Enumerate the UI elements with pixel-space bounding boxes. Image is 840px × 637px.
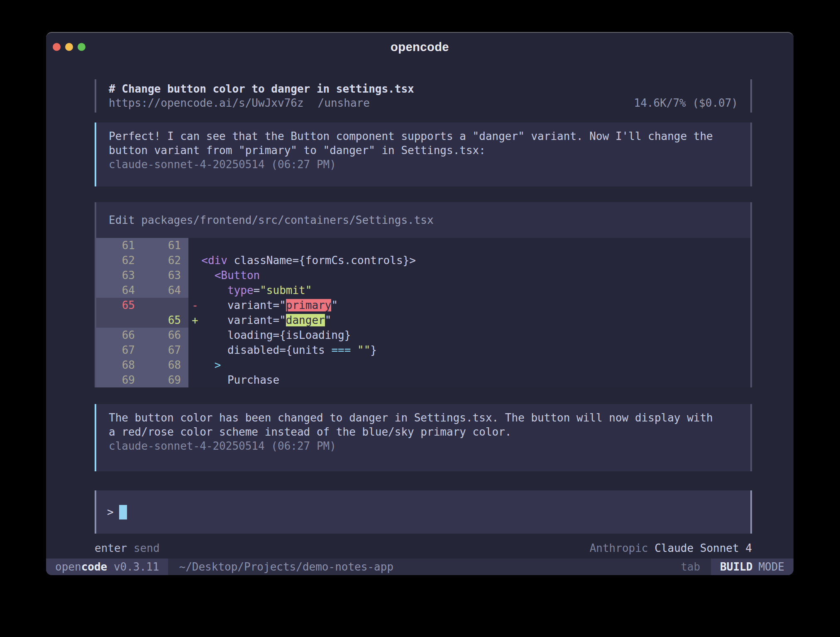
session-subheader: https://opencode.ai/s/UwJxv76z /unshare … — [109, 96, 738, 110]
app-version — [107, 561, 114, 573]
diff-code-cell: <div className={formCs.controls}> — [188, 253, 750, 268]
assistant-message: Perfect! I can see that the Button compo… — [95, 122, 752, 186]
message-line: a red/rose color scheme instead of the b… — [109, 425, 738, 439]
send-action-hint: send — [134, 542, 160, 554]
diff-old-line-number: 66 — [96, 328, 142, 343]
close-button[interactable] — [53, 43, 61, 51]
diff-row: 6464 type="submit" — [96, 283, 750, 298]
app-version-number: v0.3.11 — [114, 561, 159, 573]
code-token: } — [370, 344, 377, 356]
prompt-input[interactable]: > — [95, 490, 752, 534]
mode-name: BUILD — [720, 561, 752, 573]
diff-row: 6767 disabled={units === ""} — [96, 343, 750, 358]
message-model-meta: claude-sonnet-4-20250514 (06:27 PM) — [109, 439, 738, 453]
diff-new-line-number: 64 — [142, 283, 188, 298]
diff-row: 65- variant="primary" — [96, 298, 750, 313]
diff-new-line-number: 67 — [142, 343, 188, 358]
diff-old-line-number: 61 — [96, 238, 142, 253]
assistant-message: The button color has been changed to dan… — [95, 404, 752, 471]
session-share-row: https://opencode.ai/s/UwJxv76z /unshare — [109, 96, 370, 110]
mode-chip[interactable]: BUILDMODE — [711, 559, 794, 575]
text-cursor — [119, 505, 127, 519]
diff-code-cell: - variant="primary" — [188, 298, 750, 313]
diff-code-line: variant="primary" — [188, 299, 338, 311]
diff-code-cell: > — [188, 358, 750, 372]
traffic-lights — [53, 43, 85, 51]
message-line: Perfect! I can see that the Button compo… — [109, 129, 738, 143]
diff-code-line: Purchase — [188, 374, 279, 386]
code-token: Purchase — [188, 374, 279, 386]
code-token: loading={isLoading} — [188, 329, 351, 341]
code-token: variant=" — [188, 314, 286, 326]
edit-tool-card: Edit packages/frontend/src/containers/Se… — [95, 202, 752, 387]
diff-old-line-number: 68 — [96, 358, 142, 372]
session-header: # Change button color to danger in setti… — [95, 79, 752, 113]
message-line: button variant from "primary" to "danger… — [109, 143, 738, 157]
code-token — [188, 284, 227, 296]
diff-code-line: <Button — [188, 269, 260, 282]
model-name: Claude Sonnet 4 — [654, 542, 752, 554]
app-version-chip: opencode v0.3.11 — [46, 559, 168, 575]
diff-row: 6868 > — [96, 358, 750, 372]
prompt-char: > — [107, 506, 114, 518]
code-token — [188, 269, 215, 282]
edit-file-path: packages/frontend/src/containers/Setting… — [141, 214, 433, 226]
status-bar: opencode v0.3.11 ~/Desktop/Projects/demo… — [46, 559, 794, 575]
diff-code-cell — [188, 238, 750, 253]
diff-old-line-number: 62 — [96, 253, 142, 268]
diff-new-line-number: 68 — [142, 358, 188, 372]
mode-suffix: MODE — [758, 561, 784, 573]
code-token — [351, 344, 357, 356]
diff-code-line: loading={isLoading} — [188, 329, 351, 341]
diff-new-line-number — [142, 298, 188, 313]
code-token: <div — [201, 254, 227, 267]
code-token: disabled={units — [188, 344, 331, 356]
message-model-meta: claude-sonnet-4-20250514 (06:27 PM) — [109, 157, 738, 172]
diff-row: 6969 Purchase — [96, 372, 750, 387]
share-url-link[interactable]: https://opencode.ai/s/UwJxv76z — [109, 96, 304, 110]
zoom-button[interactable] — [78, 43, 85, 51]
code-token: type — [227, 284, 254, 296]
diff-row: 6161 — [96, 238, 750, 253]
edit-tool-header: Edit packages/frontend/src/containers/Se… — [96, 202, 750, 238]
context-stats: 14.6K/7% ($0.07) — [634, 96, 738, 110]
diff-row: 6262 <div className={formCs.controls}> — [96, 253, 750, 268]
diff-new-line-number: 65 — [142, 313, 188, 328]
diff-code-cell: disabled={units === ""} — [188, 343, 750, 358]
enter-key-hint: enter — [95, 542, 127, 554]
app-name-code: code — [81, 561, 107, 573]
diff-row: 65+ variant="danger" — [96, 313, 750, 328]
working-directory: ~/Desktop/Projects/demo-notes-app — [179, 561, 393, 573]
code-token: === — [331, 344, 351, 356]
diff-code-cell: <Button — [188, 268, 750, 283]
code-token: > — [215, 359, 221, 371]
code-token: <Button — [215, 269, 260, 282]
code-token: className={formCs.controls}> — [227, 254, 416, 267]
diff-row: 6363 <Button — [96, 268, 750, 283]
diff-old-line-number: 67 — [96, 343, 142, 358]
session-title: # Change button color to danger in setti… — [109, 82, 738, 96]
minimize-button[interactable] — [65, 43, 73, 51]
diff-new-line-number: 69 — [142, 372, 188, 387]
diff-old-line-number: 63 — [96, 268, 142, 283]
provider-name: Anthropic — [590, 542, 648, 554]
diff-table: 61616262 <div className={formCs.controls… — [96, 238, 750, 387]
diff-code-line: <div className={formCs.controls}> — [188, 254, 416, 267]
diff-new-line-number: 66 — [142, 328, 188, 343]
code-token: "" — [357, 344, 370, 356]
diff-removed-marker: - — [192, 298, 198, 313]
diff-code-line: type="submit" — [188, 284, 312, 296]
code-token: " — [325, 314, 332, 326]
diff-new-line-number: 62 — [142, 253, 188, 268]
diff-old-line-number — [96, 313, 142, 328]
diff-old-line-number: 69 — [96, 372, 142, 387]
code-token: " — [331, 299, 338, 311]
diff-code-line: variant="danger" — [188, 314, 331, 326]
code-token — [188, 359, 215, 371]
code-token — [188, 254, 201, 267]
unshare-command[interactable]: /unshare — [318, 96, 370, 110]
app-window: opencode # Change button color to danger… — [46, 32, 794, 575]
diff-code-line: > — [188, 359, 221, 371]
diff-code-cell: type="submit" — [188, 283, 750, 298]
tab-key-hint: tab — [681, 561, 700, 573]
